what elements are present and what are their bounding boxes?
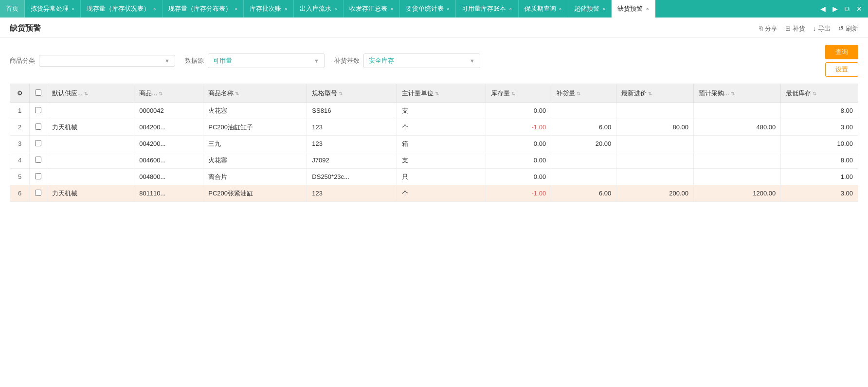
table-row[interactable]: 6 力天机械 801110... PC200张紧油缸 123 个 -1.00 6… [10, 185, 858, 202]
row-spec: DS250*23c... [307, 169, 397, 185]
close-tab-requisition[interactable]: × [447, 6, 450, 12]
tab-summary[interactable]: 收发存汇总表 × [344, 0, 399, 18]
category-select[interactable]: ▼ [39, 55, 175, 67]
row-replenish [551, 152, 616, 169]
replenish-select[interactable]: 安全库存 ▼ [363, 53, 480, 68]
table-header-row: ⚙ 默认供应...⇅ 商品...⇅ 商品名称⇅ 规格型号⇅ 主计量单位⇅ 库存量… [10, 84, 858, 103]
row-spec: 123 [307, 119, 397, 136]
datasource-label: 数据源 [185, 56, 204, 65]
table-row[interactable]: 2 力天机械 004200... PC200油缸缸子 123 个 -1.00 6… [10, 119, 858, 136]
close-tab-available[interactable]: × [509, 6, 512, 12]
share-button[interactable]: ⎗ 分享 [759, 24, 778, 33]
tab-overstock[interactable]: 超储预警 × [568, 0, 612, 18]
row-checkbox-cell[interactable] [30, 152, 47, 169]
tab-shortage[interactable]: 缺货预警 × [612, 0, 655, 18]
col-min-stock[interactable]: 最低库存⇅ [781, 84, 858, 103]
row-spec: 123 [307, 136, 397, 152]
row-min-stock: 3.00 [781, 119, 858, 136]
row-checkbox[interactable] [35, 157, 41, 163]
row-est-purchase [694, 103, 781, 119]
nav-close-button[interactable]: ✕ [853, 3, 865, 15]
nav-next-button[interactable]: ▶ [830, 3, 841, 15]
col-product-code[interactable]: 商品...⇅ [134, 84, 203, 103]
close-tab-batch[interactable]: × [284, 6, 287, 12]
row-checkbox-cell[interactable] [30, 185, 47, 202]
row-checkbox[interactable] [35, 190, 41, 196]
row-supplier [47, 152, 134, 169]
row-stock: -1.00 [486, 119, 551, 136]
row-supplier [47, 103, 134, 119]
tab-batch[interactable]: 库存批次账 × [244, 0, 293, 18]
col-stock[interactable]: 库存量⇅ [486, 84, 551, 103]
replenish-button[interactable]: ⊞ 补货 [785, 24, 805, 33]
row-product-name: 离合片 [203, 169, 307, 185]
table-row[interactable]: 4 004600... 火花塞 J7092 支 0.00 8.00 [10, 152, 858, 169]
row-stock: 0.00 [486, 103, 551, 119]
tab-requisition[interactable]: 要货单统计表 × [400, 0, 456, 18]
tab-stock-status[interactable]: 现存量（库存状况表） × [81, 0, 162, 18]
row-index: 4 [10, 152, 30, 169]
top-nav: 首页 拣货异常处理 × 现存量（库存状况表） × 现存量（库存分布表） × 库存… [0, 0, 868, 18]
tab-picking[interactable]: 拣货异常处理 × [25, 0, 81, 18]
row-checkbox[interactable] [35, 173, 41, 179]
close-tab-stock-dist[interactable]: × [235, 6, 237, 12]
datasource-filter-group: 数据源 可用量 ▼ [185, 53, 325, 68]
nav-restore-button[interactable]: ⧉ [842, 3, 852, 15]
row-checkbox[interactable] [35, 107, 41, 113]
select-all-checkbox[interactable] [35, 89, 41, 96]
close-tab-flow[interactable]: × [334, 6, 337, 12]
nav-prev-button[interactable]: ◀ [817, 3, 829, 15]
table-row[interactable]: 1 0000042 火花塞 SS816 支 0.00 8.00 [10, 103, 858, 119]
tab-expiry[interactable]: 保质期查询 × [519, 0, 568, 18]
share-icon: ⎗ [759, 25, 763, 32]
row-spec: 123 [307, 185, 397, 202]
row-checkbox-cell[interactable] [30, 169, 47, 185]
query-button[interactable]: 查询 [825, 45, 858, 59]
col-est-purchase[interactable]: 预计采购...⇅ [694, 84, 781, 103]
row-checkbox[interactable] [35, 123, 41, 130]
row-latest-price [616, 103, 694, 119]
close-tab-expiry[interactable]: × [559, 6, 562, 12]
row-product-code: 004200... [134, 136, 203, 152]
row-product-name: PC200油缸缸子 [203, 119, 307, 136]
close-tab-shortage[interactable]: × [646, 6, 649, 12]
page-content: 缺货预警 ⎗ 分享 ⊞ 补货 ↓ 导出 ↺ 刷新 商品分类 [0, 18, 868, 387]
est-purchase-sort-icon: ⇅ [731, 91, 735, 96]
tab-home[interactable]: 首页 [0, 0, 25, 18]
close-tab-overstock[interactable]: × [602, 6, 605, 12]
row-checkbox[interactable] [35, 140, 41, 146]
row-index: 5 [10, 169, 30, 185]
row-spec: J7092 [307, 152, 397, 169]
table-row[interactable]: 3 004200... 三九 123 箱 0.00 20.00 10.00 [10, 136, 858, 152]
datasource-arrow: ▼ [314, 58, 319, 64]
close-tab-picking[interactable]: × [72, 6, 74, 12]
datasource-value: 可用量 [213, 56, 232, 65]
data-table: ⚙ 默认供应...⇅ 商品...⇅ 商品名称⇅ 规格型号⇅ 主计量单位⇅ 库存量… [10, 84, 858, 202]
close-tab-stock-status[interactable]: × [153, 6, 156, 12]
row-checkbox-cell[interactable] [30, 103, 47, 119]
col-replenish[interactable]: 补货量⇅ [551, 84, 616, 103]
col-latest-price[interactable]: 最新进价⇅ [616, 84, 694, 103]
close-tab-summary[interactable]: × [390, 6, 393, 12]
tab-stock-dist[interactable]: 现存量（库存分布表） × [163, 0, 244, 18]
table-row[interactable]: 5 004800... 离合片 DS250*23c... 只 0.00 1.00 [10, 169, 858, 185]
export-icon: ↓ [813, 25, 816, 32]
row-checkbox-cell[interactable] [30, 119, 47, 136]
col-product-name[interactable]: 商品名称⇅ [203, 84, 307, 103]
export-button[interactable]: ↓ 导出 [813, 24, 831, 33]
col-unit[interactable]: 主计量单位⇅ [397, 84, 486, 103]
row-checkbox-cell[interactable] [30, 136, 47, 152]
col-supplier[interactable]: 默认供应...⇅ [47, 84, 134, 103]
row-unit: 支 [397, 152, 486, 169]
tab-available[interactable]: 可用量库存账本 × [456, 0, 518, 18]
col-checkbox[interactable] [30, 84, 47, 103]
setting-button[interactable]: 设置 [825, 62, 858, 77]
row-min-stock: 1.00 [781, 169, 858, 185]
col-spec[interactable]: 规格型号⇅ [307, 84, 397, 103]
tab-flow[interactable]: 出入库流水 × [294, 0, 344, 18]
row-min-stock: 10.00 [781, 136, 858, 152]
datasource-select[interactable]: 可用量 ▼ [208, 53, 325, 68]
row-latest-price [616, 136, 694, 152]
col-gear[interactable]: ⚙ [10, 84, 30, 103]
refresh-button[interactable]: ↺ 刷新 [838, 24, 858, 33]
